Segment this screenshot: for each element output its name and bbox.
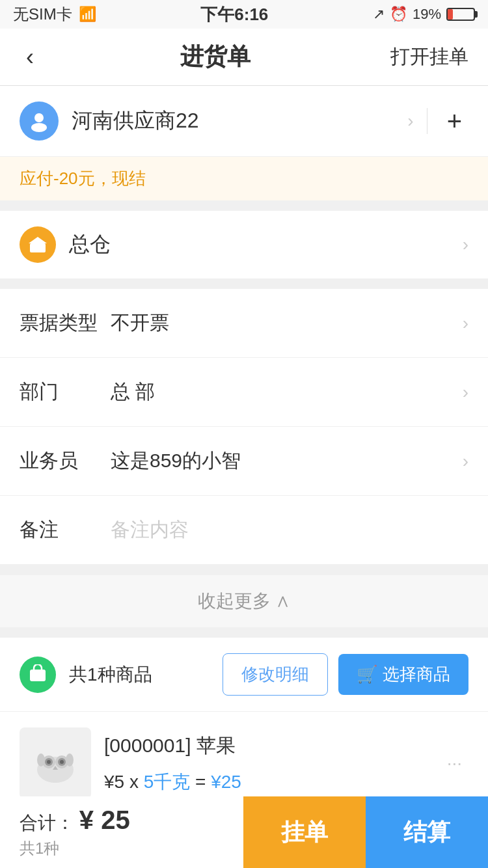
total-area: 合计： ¥ 25 共1种 — [0, 806, 243, 859]
product-total: ¥25 — [211, 772, 241, 792]
hang-button[interactable]: 挂单 — [243, 796, 366, 868]
wifi-icon: 📶 — [79, 6, 96, 23]
salesman-arrow-icon: › — [463, 451, 468, 472]
total-amount: ¥ 25 — [79, 806, 130, 834]
battery-percentage: 19% — [413, 6, 441, 23]
select-product-icon: 🛒 — [357, 664, 377, 685]
nav-bar: ‹ 进货单 打开挂单 — [0, 29, 488, 86]
svg-point-11 — [60, 760, 64, 764]
product-equals: = — [195, 772, 211, 792]
page-title: 进货单 — [180, 41, 251, 73]
department-value: 总 部 — [98, 379, 463, 405]
remark-label: 备注 — [20, 517, 98, 543]
status-time: 下午6:16 — [200, 3, 268, 26]
location-icon: ↗ — [373, 6, 385, 23]
supplier-name: 河南供应商22 — [72, 107, 407, 135]
invoice-label: 票据类型 — [20, 310, 98, 336]
product-unit-price: ¥5 — [104, 772, 124, 792]
add-icon[interactable]: + — [441, 107, 468, 136]
salesman-label: 业务员 — [20, 448, 98, 474]
product-thumbnail — [20, 727, 91, 799]
svg-point-13 — [37, 753, 45, 766]
invoice-arrow-icon: › — [463, 313, 468, 334]
svg-rect-2 — [30, 243, 46, 252]
salesman-value: 这是859的小智 — [98, 448, 463, 474]
warehouse-name: 总仓 — [69, 230, 463, 259]
warehouse-icon — [20, 226, 56, 263]
modify-detail-button[interactable]: 修改明细 — [223, 653, 328, 696]
product-title: 苹果 — [197, 735, 236, 756]
svg-point-0 — [34, 113, 44, 122]
balance-banner: 应付-20元，现结 — [0, 157, 488, 200]
salesman-row[interactable]: 业务员 这是859的小智 › — [0, 427, 488, 496]
total-label: 合计： — [20, 813, 74, 833]
form-section: 票据类型 不开票 › 部门 总 部 › 业务员 这是859的小智 › 备注 备注… — [0, 289, 488, 565]
invoice-type-row[interactable]: 票据类型 不开票 › — [0, 289, 488, 358]
svg-marker-3 — [29, 237, 47, 243]
svg-rect-4 — [30, 670, 46, 681]
total-count: 共1种 — [20, 838, 224, 859]
product-id: [0000001] — [104, 735, 191, 756]
product-info: [0000001] 苹果 ¥5 x 5千克 = ¥25 — [104, 733, 441, 794]
carrier-text: 无SIM卡 — [13, 4, 72, 25]
bottom-bar: 合计： ¥ 25 共1种 挂单 结算 — [0, 796, 488, 868]
remark-row[interactable]: 备注 备注内容 — [0, 496, 488, 565]
product-more-button[interactable]: ··· — [441, 746, 468, 780]
back-button[interactable]: ‹ — [20, 37, 40, 77]
status-right: ↗ ⏰ 19% — [373, 6, 475, 23]
warehouse-section[interactable]: 总仓 › — [0, 211, 488, 278]
products-icon — [20, 657, 56, 693]
svg-point-14 — [66, 753, 74, 766]
status-bar: 无SIM卡 📶 下午6:16 ↗ ⏰ 19% — [0, 0, 488, 29]
product-name: [0000001] 苹果 — [104, 733, 441, 759]
department-arrow-icon: › — [463, 382, 468, 403]
select-product-label: 选择商品 — [383, 663, 450, 686]
products-header: 共1种商品 修改明细 🛒 选择商品 — [0, 638, 488, 712]
product-price: ¥5 x 5千克 = ¥25 — [104, 770, 441, 794]
invoice-value: 不开票 — [98, 310, 463, 336]
product-quantity: 5千克 — [144, 772, 191, 792]
supplier-arrow-icon: › — [407, 111, 413, 131]
checkout-button[interactable]: 结算 — [366, 796, 488, 868]
collapse-toggle[interactable]: 收起更多 ∧ — [0, 575, 488, 627]
warehouse-arrow-icon: › — [463, 234, 468, 255]
supplier-avatar — [20, 102, 59, 141]
total-row: 合计： ¥ 25 — [20, 806, 224, 835]
remark-input[interactable]: 备注内容 — [98, 517, 468, 543]
main-content: 河南供应商22 › + 应付-20元，现结 总仓 › 票据类型 不开票 › 部门… — [0, 86, 488, 868]
department-label: 部门 — [20, 379, 98, 405]
supplier-section: 河南供应商22 › + 应付-20元，现结 — [0, 86, 488, 200]
status-left: 无SIM卡 📶 — [13, 4, 96, 25]
svg-point-10 — [47, 760, 51, 764]
supplier-divider — [427, 108, 427, 134]
alarm-icon: ⏰ — [390, 6, 407, 23]
open-hang-button[interactable]: 打开挂单 — [390, 44, 468, 70]
supplier-row[interactable]: 河南供应商22 › + — [0, 86, 488, 157]
products-count: 共1种商品 — [69, 662, 223, 687]
battery-icon — [446, 8, 475, 21]
department-row[interactable]: 部门 总 部 › — [0, 358, 488, 427]
svg-point-1 — [31, 123, 47, 132]
product-multiply: x — [129, 772, 144, 792]
select-product-button[interactable]: 🛒 选择商品 — [338, 654, 468, 695]
